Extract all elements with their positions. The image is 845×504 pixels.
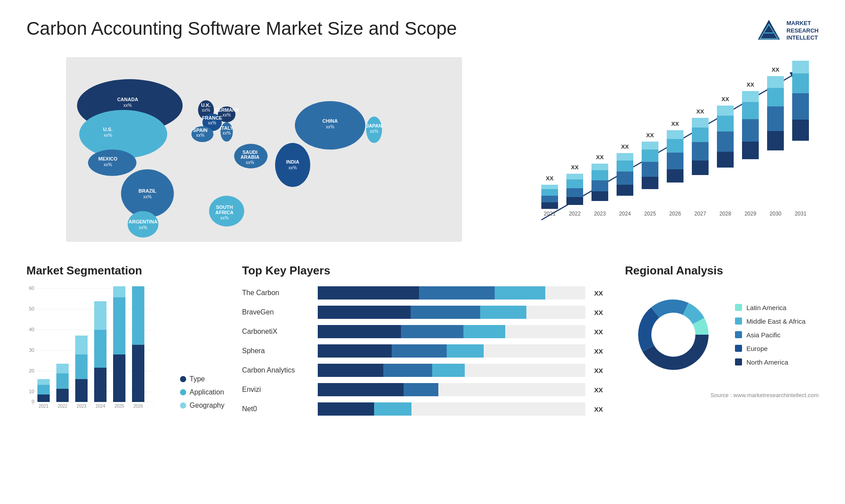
svg-text:ITALY: ITALY bbox=[220, 125, 234, 131]
key-players-title: Top Key Players bbox=[242, 264, 607, 278]
svg-text:xx%: xx% bbox=[124, 103, 132, 108]
svg-rect-68 bbox=[592, 164, 608, 170]
donut-chart bbox=[625, 286, 722, 383]
svg-rect-113 bbox=[792, 120, 809, 141]
legend-na-label: North America bbox=[746, 358, 788, 366]
bar-chart-container: XX 2021 XX 2022 XX bbox=[519, 57, 819, 242]
player-row: CarbonetiX XX bbox=[242, 325, 607, 338]
svg-text:xx%: xx% bbox=[196, 133, 205, 138]
key-players-section: Top Key Players The Carbon XX BraveGen bbox=[242, 264, 607, 422]
svg-text:XX: XX bbox=[746, 81, 754, 88]
legend-geography-dot bbox=[180, 402, 186, 409]
svg-rect-92 bbox=[692, 118, 709, 128]
svg-text:INDIA: INDIA bbox=[286, 159, 299, 164]
bar-2031: XX 2031 bbox=[792, 57, 809, 217]
svg-text:2026: 2026 bbox=[669, 211, 681, 217]
svg-rect-138 bbox=[56, 373, 69, 389]
legend-europe-label: Europe bbox=[746, 345, 768, 352]
svg-text:JAPAN: JAPAN bbox=[366, 123, 382, 128]
legend-type-label: Type bbox=[190, 375, 205, 383]
bar-chart-svg: XX 2021 XX 2022 XX bbox=[519, 57, 819, 242]
svg-rect-151 bbox=[113, 286, 125, 297]
svg-rect-104 bbox=[742, 91, 759, 102]
bar-seg2 bbox=[404, 383, 438, 396]
seg-bar-2025: 2025 bbox=[113, 286, 125, 409]
svg-point-17 bbox=[275, 143, 310, 187]
player-value: XX bbox=[594, 328, 607, 336]
bar-seg2 bbox=[383, 364, 432, 377]
header: Carbon Accounting Software Market Size a… bbox=[26, 18, 819, 44]
player-bar-bg bbox=[318, 344, 585, 358]
svg-rect-139 bbox=[56, 364, 69, 373]
svg-rect-91 bbox=[692, 128, 709, 142]
svg-text:xx%: xx% bbox=[326, 124, 334, 129]
bar-2023: XX 2023 bbox=[592, 154, 608, 217]
legend-na-color bbox=[735, 358, 742, 365]
player-row: Net0 XX bbox=[242, 402, 607, 416]
svg-rect-59 bbox=[566, 197, 583, 205]
svg-text:GERMANY: GERMANY bbox=[214, 107, 239, 113]
svg-rect-142 bbox=[75, 354, 88, 379]
player-value: XX bbox=[594, 289, 607, 297]
svg-text:2025: 2025 bbox=[644, 211, 656, 217]
legend-geography: Geography bbox=[180, 402, 224, 409]
svg-text:2025: 2025 bbox=[114, 404, 125, 409]
svg-text:20: 20 bbox=[29, 368, 34, 373]
svg-rect-86 bbox=[667, 130, 683, 139]
svg-rect-62 bbox=[566, 174, 583, 179]
svg-rect-67 bbox=[592, 170, 608, 180]
player-row: BraveGen XX bbox=[242, 306, 607, 319]
bar-2025: XX 2025 bbox=[642, 132, 658, 217]
svg-rect-154 bbox=[132, 286, 144, 345]
player-name: Envizi bbox=[242, 386, 312, 394]
svg-rect-150 bbox=[113, 297, 125, 354]
segmentation-chart: 60 50 40 30 20 10 0 bbox=[26, 286, 154, 409]
player-name: Sphera bbox=[242, 347, 312, 355]
legend-asia-color bbox=[735, 331, 742, 338]
seg-bar-2026: 2026 bbox=[132, 286, 144, 409]
svg-text:2028: 2028 bbox=[720, 211, 731, 217]
legend-latin-america-label: Latin America bbox=[746, 304, 786, 311]
bar-2028: XX 2028 bbox=[717, 96, 734, 217]
page-container: Carbon Accounting Software Market Size a… bbox=[0, 0, 845, 504]
bar-2021: XX 2021 bbox=[541, 175, 558, 217]
svg-text:SPAIN: SPAIN bbox=[193, 128, 208, 133]
svg-text:2023: 2023 bbox=[77, 404, 87, 409]
svg-text:CANADA: CANADA bbox=[117, 97, 138, 102]
svg-rect-134 bbox=[37, 385, 50, 394]
bar-seg2 bbox=[392, 344, 447, 358]
svg-text:AFRICA: AFRICA bbox=[215, 210, 234, 215]
regional-section: Regional Analysis bbox=[625, 264, 819, 398]
svg-rect-65 bbox=[592, 191, 608, 201]
player-name: The Carbon bbox=[242, 289, 312, 297]
svg-text:2029: 2029 bbox=[745, 211, 757, 217]
svg-text:XX: XX bbox=[671, 121, 679, 127]
player-bar-bg bbox=[318, 364, 585, 377]
player-bar-bg bbox=[318, 286, 585, 299]
svg-rect-73 bbox=[617, 161, 633, 172]
bar-2026: XX 2026 bbox=[667, 121, 683, 217]
legend-latin-america: Latin America bbox=[735, 304, 805, 311]
seg-bar-2021: 2021 bbox=[37, 379, 50, 409]
legend-application-label: Application bbox=[190, 388, 224, 396]
svg-text:2022: 2022 bbox=[569, 211, 581, 217]
svg-rect-109 bbox=[767, 88, 784, 106]
svg-text:xx%: xx% bbox=[289, 165, 297, 170]
svg-text:2026: 2026 bbox=[133, 404, 143, 409]
svg-text:MEXICO: MEXICO bbox=[98, 156, 118, 161]
map-container: CANADA xx% U.S. xx% MEXICO xx% BRAZIL xx… bbox=[26, 57, 502, 242]
svg-rect-55 bbox=[541, 189, 558, 196]
svg-point-7 bbox=[121, 169, 174, 218]
bar-seg3 bbox=[463, 325, 505, 338]
legend-europe: Europe bbox=[735, 345, 805, 352]
svg-rect-72 bbox=[617, 172, 633, 185]
svg-rect-60 bbox=[566, 188, 583, 197]
seg-legend: Type Application Geography bbox=[171, 366, 224, 409]
legend-mea-label: Middle East & Africa bbox=[746, 318, 805, 325]
bar-seg2 bbox=[401, 325, 463, 338]
svg-rect-66 bbox=[592, 180, 608, 191]
svg-rect-143 bbox=[75, 336, 88, 354]
svg-rect-108 bbox=[767, 106, 784, 131]
player-value: XX bbox=[594, 405, 607, 413]
legend-europe-color bbox=[735, 345, 742, 352]
